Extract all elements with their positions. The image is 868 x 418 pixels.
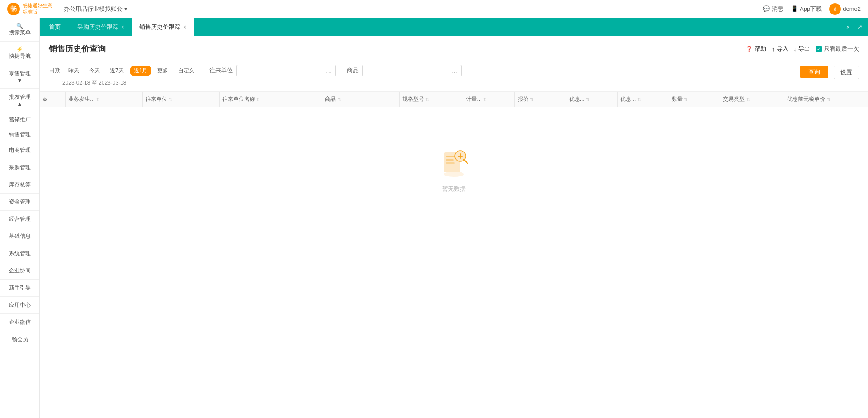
sidebar-item-inventory[interactable]: 库存核算 — [0, 176, 39, 194]
product-filter-group: 商品 ... — [347, 65, 462, 76]
sidebar-item-operations[interactable]: 经营管理 — [0, 211, 39, 228]
tab-bar: 首页 采购历史价跟踪 × 销售历史价跟踪 × × ⤢ — [40, 18, 868, 36]
sort-icon-spec: ⇅ — [425, 97, 429, 102]
tab-purchase-history[interactable]: 采购历史价跟踪 × — [70, 18, 132, 36]
tab-close-all-button[interactable]: × — [844, 22, 852, 33]
counterpart-text-input[interactable] — [241, 67, 326, 74]
date-filter-group: 日期 昨天 今天 近7天 近1月 更多 自定义 — [49, 66, 198, 76]
sidebar-item-purchase[interactable]: 采购管理 — [0, 159, 39, 176]
query-button[interactable]: 查询 — [800, 66, 828, 78]
help-button[interactable]: ❓ 帮助 — [745, 45, 766, 53]
col-counterpart-name[interactable]: 往来单位名称 ⇅ — [220, 92, 322, 107]
sort-icon-quantity: ⇅ — [684, 97, 688, 102]
sidebar-item-app-center[interactable]: 应用中心 — [0, 297, 39, 314]
logo-icon: 畅 — [7, 3, 20, 15]
date-btn-yesterday[interactable]: 昨天 — [64, 66, 83, 76]
tab-bar-right: × ⤢ — [844, 22, 868, 33]
col-pre-tax-price[interactable]: 优惠前无税单价 ⇅ — [784, 92, 868, 107]
sort-icon-product: ⇅ — [338, 97, 341, 102]
top-bar: 畅 畅捷通好生意 标准版 办公用品行业模拟账套 ▾ 💬 消息 📱 App下载 — [0, 0, 868, 18]
filter-left: 日期 昨天 今天 近7天 近1月 更多 自定义 — [49, 65, 462, 87]
date-btn-last1m[interactable]: 近1月 — [130, 66, 152, 76]
message-button[interactable]: 💬 消息 — [763, 5, 783, 13]
content-area: 首页 采购历史价跟踪 × 销售历史价跟踪 × × ⤢ — [40, 18, 868, 418]
counterpart-label: 往来单位 — [209, 66, 233, 75]
sidebar-item-quick-nav[interactable]: ⚡ 快捷导航 — [0, 42, 39, 65]
data-table: ⚙ 业务发生... ⇅ 往来单位 ⇅ — [40, 92, 868, 107]
empty-text: 暂无数据 — [442, 185, 466, 193]
sidebar-item-search-menu[interactable]: 🔍 搜索菜单 — [0, 18, 39, 42]
tab-expand-button[interactable]: ⤢ — [855, 22, 864, 33]
col-trade-type[interactable]: 交易类型 ⇅ — [720, 92, 784, 107]
message-icon: 💬 — [763, 5, 770, 12]
date-range-display: 2023-02-18 至 2023-03-18 — [62, 79, 462, 87]
sidebar-item-retail-mgmt[interactable]: 零售管理 ▼ — [0, 65, 39, 89]
filter-actions-bar: 日期 昨天 今天 近7天 近1月 更多 自定义 — [40, 60, 868, 92]
sort-icon-counterpart-name: ⇅ — [256, 97, 260, 102]
counterpart-dots-icon[interactable]: ... — [326, 66, 332, 75]
sort-icon-unit: ⇅ — [483, 97, 487, 102]
date-btn-more[interactable]: 更多 — [153, 66, 172, 76]
only-last-checkbox[interactable]: ✓ — [816, 46, 822, 52]
page-content: 销售历史价查询 ❓ 帮助 ↑ 导入 ↓ 导出 — [40, 36, 868, 418]
sidebar-item-marketing[interactable]: 营销推广 — [0, 112, 39, 127]
table-area: ⚙ 业务发生... ⇅ 往来单位 ⇅ — [40, 92, 868, 229]
user-menu[interactable]: d demo2 — [829, 3, 861, 15]
product-dots-icon[interactable]: ... — [452, 66, 458, 75]
col-biz-date[interactable]: 业务发生... ⇅ — [66, 92, 142, 107]
collapse-icon: ▲ — [17, 101, 23, 107]
product-input[interactable]: ... — [362, 65, 462, 76]
sidebar-item-enterprise[interactable]: 企业协同 — [0, 262, 39, 280]
product-text-input[interactable] — [366, 67, 452, 74]
sidebar-item-vip[interactable]: 畅会员 — [0, 331, 39, 348]
counterpart-filter-group: 往来单位 ... — [209, 65, 336, 76]
sidebar-item-basic-info[interactable]: 基础信息 — [0, 228, 39, 245]
col-discount1[interactable]: 优惠... ⇅ — [566, 92, 618, 107]
gear-icon: ⚙ — [42, 96, 47, 103]
svg-rect-3 — [446, 159, 454, 161]
page-title: 销售历史价查询 — [49, 43, 106, 54]
app-selector[interactable]: 办公用品行业模拟账套 ▾ — [58, 5, 127, 13]
col-counterpart-code[interactable]: 往来单位 ⇅ — [142, 92, 219, 107]
tab-home[interactable]: 首页 — [40, 18, 70, 36]
col-gear[interactable]: ⚙ — [40, 92, 66, 107]
sort-icon-discount1: ⇅ — [586, 97, 590, 102]
sort-icon-biz-date: ⇅ — [96, 97, 100, 102]
col-quantity[interactable]: 数量 ⇅ — [669, 92, 720, 107]
app-download-button[interactable]: 📱 App下载 — [791, 5, 822, 13]
sidebar-item-ecommerce[interactable]: 电商管理 — [0, 142, 39, 159]
tab-close-purchase[interactable]: × — [121, 24, 124, 30]
top-bar-right: 💬 消息 📱 App下载 d demo2 — [763, 3, 861, 15]
avatar: d — [829, 3, 841, 15]
export-icon: ↓ — [794, 46, 797, 52]
logo-text: 畅捷通好生意 标准版 — [23, 3, 52, 14]
expand-icon: ▼ — [17, 77, 23, 84]
sort-icon-counterpart-code: ⇅ — [169, 97, 172, 102]
sort-icon-trade-type: ⇅ — [746, 97, 750, 102]
sidebar-item-system[interactable]: 系统管理 — [0, 245, 39, 262]
sidebar-item-finance[interactable]: 资金管理 — [0, 194, 39, 211]
col-discount2[interactable]: 优惠... ⇅ — [618, 92, 669, 107]
date-btn-custom[interactable]: 自定义 — [174, 66, 198, 76]
sidebar-item-wholesale-mgmt[interactable]: 批发管理 ▲ — [0, 89, 39, 112]
date-buttons: 昨天 今天 近7天 近1月 更多 自定义 — [64, 66, 198, 76]
settings-button[interactable]: 设置 — [834, 66, 859, 79]
col-spec[interactable]: 规格型号 ⇅ — [399, 92, 463, 107]
sidebar-item-enterprise-wechat[interactable]: 企业微信 — [0, 314, 39, 331]
top-bar-left: 畅 畅捷通好生意 标准版 办公用品行业模拟账套 ▾ — [7, 3, 127, 15]
counterpart-input[interactable]: ... — [236, 65, 336, 76]
col-product[interactable]: 商品 ⇅ — [322, 92, 399, 107]
date-btn-last7[interactable]: 近7天 — [106, 66, 128, 76]
sidebar-item-newcomer[interactable]: 新手引导 — [0, 280, 39, 297]
tab-close-sales[interactable]: × — [183, 24, 186, 30]
import-button[interactable]: ↑ 导入 — [772, 45, 788, 53]
chevron-down-icon: ▾ — [124, 5, 127, 12]
col-quote[interactable]: 报价 ⇅ — [515, 92, 566, 107]
date-btn-today[interactable]: 今天 — [85, 66, 104, 76]
col-unit[interactable]: 计量... ⇅ — [463, 92, 515, 107]
only-last-checkbox-area[interactable]: ✓ 只看最后一次 — [816, 45, 859, 53]
top-right-area: ❓ 帮助 ↑ 导入 ↓ 导出 ✓ 只看最后一次 — [745, 45, 859, 53]
tab-sales-history[interactable]: 销售历史价跟踪 × — [132, 18, 194, 36]
export-button[interactable]: ↓ 导出 — [794, 45, 811, 53]
sidebar-item-sales-mgmt[interactable]: 销售管理 — [0, 127, 39, 142]
